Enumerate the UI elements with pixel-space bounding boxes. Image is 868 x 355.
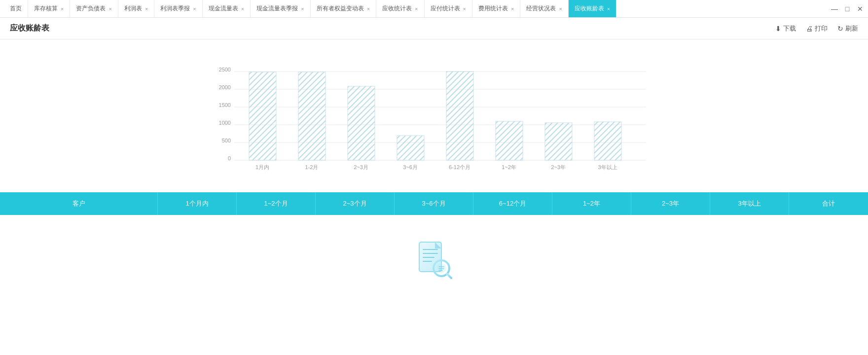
svg-rect-19 bbox=[545, 123, 572, 160]
col-total: 合计 bbox=[789, 192, 868, 215]
svg-text:3~6月: 3~6月 bbox=[403, 164, 418, 170]
tab-home[interactable]: 首页 bbox=[4, 0, 28, 18]
minimize-button[interactable]: — bbox=[831, 5, 838, 13]
col-2-3m: 2~3个月 bbox=[316, 192, 395, 215]
refresh-button[interactable]: ↻ 刷新 bbox=[837, 24, 858, 33]
close-icon[interactable]: × bbox=[463, 6, 466, 12]
svg-rect-20 bbox=[594, 122, 621, 160]
col-3-6m: 3~6个月 bbox=[395, 192, 473, 215]
svg-text:1000: 1000 bbox=[219, 120, 231, 126]
close-button[interactable]: ✕ bbox=[856, 5, 864, 13]
svg-text:3年以上: 3年以上 bbox=[598, 164, 617, 170]
svg-text:6-12个月: 6-12个月 bbox=[449, 164, 470, 170]
svg-text:2~3年: 2~3年 bbox=[551, 164, 566, 170]
close-icon[interactable]: × bbox=[301, 6, 304, 12]
close-icon[interactable]: × bbox=[241, 6, 244, 12]
tab-ap-stats[interactable]: 应付统计表 × bbox=[425, 0, 472, 18]
empty-state bbox=[0, 215, 868, 294]
col-3y-plus: 3年以上 bbox=[710, 192, 789, 215]
svg-line-37 bbox=[447, 274, 451, 278]
svg-text:1月内: 1月内 bbox=[255, 164, 269, 170]
tab-bar: 首页 库存核算 × 资产负债表 × 利润表 × 利润表季报 × 现金流量表 × … bbox=[0, 0, 868, 18]
print-button[interactable]: 🖨 打印 bbox=[806, 24, 828, 33]
svg-point-36 bbox=[436, 263, 446, 273]
close-icon[interactable]: × bbox=[193, 6, 196, 12]
chart-area: 0 500 1000 1500 2000 2500 bbox=[0, 39, 868, 192]
close-icon[interactable]: × bbox=[607, 6, 610, 12]
tab-cashflow[interactable]: 现金流量表 × bbox=[203, 0, 251, 18]
download-icon: ⬇ bbox=[775, 25, 781, 33]
tab-profit[interactable]: 利润表 × bbox=[118, 0, 154, 18]
svg-text:2000: 2000 bbox=[219, 84, 231, 90]
close-icon[interactable]: × bbox=[415, 6, 418, 12]
close-icon[interactable]: × bbox=[559, 6, 562, 12]
print-icon: 🖨 bbox=[806, 25, 813, 33]
bar-chart: 0 500 1000 1500 2000 2500 bbox=[212, 49, 656, 182]
svg-rect-18 bbox=[496, 121, 523, 160]
header-actions: ⬇ 下载 🖨 打印 ↻ 刷新 bbox=[775, 24, 858, 33]
svg-rect-13 bbox=[249, 72, 276, 160]
close-icon[interactable]: × bbox=[108, 6, 111, 12]
svg-text:2~3月: 2~3月 bbox=[354, 164, 368, 170]
close-icon[interactable]: × bbox=[61, 6, 64, 12]
col-6-12m: 6~12个月 bbox=[473, 192, 552, 215]
tab-ar-aging[interactable]: 应收账龄表 × bbox=[569, 0, 616, 18]
svg-rect-15 bbox=[348, 86, 375, 160]
download-button[interactable]: ⬇ 下载 bbox=[775, 24, 796, 33]
svg-text:2500: 2500 bbox=[219, 67, 231, 72]
page-header: 应收账龄表 ⬇ 下载 🖨 打印 ↻ 刷新 bbox=[0, 18, 868, 39]
close-icon[interactable]: × bbox=[145, 6, 148, 12]
tab-balance[interactable]: 资产负债表 × bbox=[70, 0, 118, 18]
tab-operations[interactable]: 经营状况表 × bbox=[520, 0, 568, 18]
close-icon[interactable]: × bbox=[511, 6, 514, 12]
tab-equity[interactable]: 所有者权益变动表 × bbox=[311, 0, 376, 18]
tab-cashflow-quarterly[interactable]: 现金流量表季报 × bbox=[251, 0, 310, 18]
col-customer: 客户 bbox=[0, 192, 158, 215]
svg-rect-17 bbox=[446, 71, 473, 160]
svg-rect-16 bbox=[397, 136, 424, 160]
svg-rect-14 bbox=[298, 72, 326, 160]
tab-expense-stats[interactable]: 费用统计表 × bbox=[472, 0, 520, 18]
tab-inventory[interactable]: 库存核算 × bbox=[28, 0, 70, 18]
col-1-2y: 1~2年 bbox=[552, 192, 631, 215]
window-controls: — □ ✕ bbox=[831, 5, 864, 13]
refresh-icon: ↻ bbox=[837, 25, 843, 33]
empty-icon bbox=[409, 235, 459, 284]
maximize-button[interactable]: □ bbox=[843, 5, 851, 13]
svg-text:500: 500 bbox=[222, 138, 231, 143]
close-icon[interactable]: × bbox=[367, 6, 370, 12]
page-title: 应收账龄表 bbox=[10, 23, 49, 34]
col-1m: 1个月内 bbox=[158, 192, 237, 215]
svg-text:1-2月: 1-2月 bbox=[305, 164, 319, 170]
svg-text:0: 0 bbox=[228, 155, 231, 161]
col-2-3y: 2~3年 bbox=[631, 192, 710, 215]
svg-text:1500: 1500 bbox=[219, 102, 231, 108]
svg-text:1~2年: 1~2年 bbox=[502, 164, 516, 170]
table-header: 客户 1个月内 1~2个月 2~3个月 3~6个月 6~12个月 1~2年 2~… bbox=[0, 192, 868, 215]
tab-profit-quarterly[interactable]: 利润表季报 × bbox=[154, 0, 202, 18]
col-1-2m: 1~2个月 bbox=[237, 192, 316, 215]
main-content: 0 500 1000 1500 2000 2500 bbox=[0, 39, 868, 355]
tab-ar-stats[interactable]: 应收统计表 × bbox=[376, 0, 424, 18]
